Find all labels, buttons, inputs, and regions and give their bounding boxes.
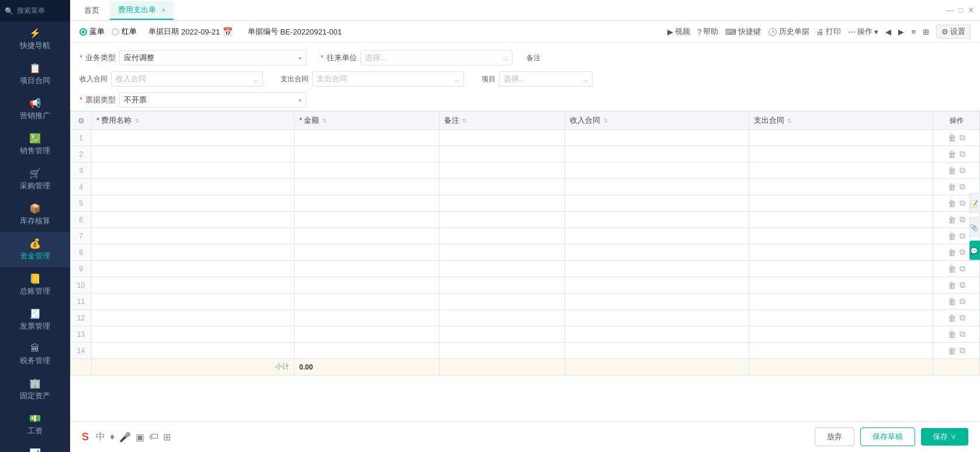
cell-expense-name[interactable] <box>92 277 295 294</box>
tag-icon[interactable]: 🏷 <box>149 432 158 442</box>
sidebar-item-ops[interactable]: 📊 经营管理 <box>0 442 70 452</box>
save-button[interactable]: 保存 ∨ <box>921 428 968 446</box>
list-view-icon[interactable]: ≡ <box>911 27 916 36</box>
cell-income-contract[interactable] <box>565 212 749 228</box>
cell-amount[interactable] <box>295 326 439 343</box>
cell-expense-name[interactable] <box>92 261 295 277</box>
minimize-icon[interactable]: — <box>946 6 954 15</box>
cell-remark[interactable] <box>439 326 565 343</box>
side-float-notes[interactable]: 📝 <box>969 192 980 213</box>
cell-remark[interactable] <box>439 261 565 277</box>
cell-amount[interactable] <box>295 163 439 179</box>
cell-expense-name[interactable] <box>92 326 295 343</box>
sidebar-search[interactable]: 🔍 搜索菜单 <box>0 0 70 22</box>
sidebar-item-quick-nav[interactable]: ⚡ 快捷导航 <box>0 22 70 57</box>
delete-icon[interactable]: 🗑 <box>948 166 956 175</box>
cell-income-contract[interactable] <box>565 244 749 261</box>
print-btn[interactable]: 🖨 打印 <box>816 26 841 37</box>
cell-remark[interactable] <box>439 179 565 195</box>
cell-expense-contract[interactable] <box>749 310 933 326</box>
cell-remark[interactable] <box>439 244 565 261</box>
cell-expense-name[interactable] <box>92 228 295 244</box>
col-settings[interactable]: ⚙ <box>71 112 92 130</box>
copy-icon[interactable]: ⧉ <box>960 182 965 192</box>
cell-remark[interactable] <box>439 212 565 228</box>
chinese-icon[interactable]: 中 <box>96 431 105 443</box>
cell-expense-contract[interactable] <box>749 212 933 228</box>
copy-icon[interactable]: ⧉ <box>960 280 965 290</box>
matrix-icon[interactable]: ⊞ <box>163 432 171 443</box>
grid-view-icon[interactable]: ⊞ <box>923 27 929 36</box>
cell-remark[interactable] <box>439 310 565 326</box>
cell-amount[interactable] <box>295 195 439 212</box>
cell-remark[interactable] <box>439 146 565 163</box>
cell-expense-name[interactable] <box>92 146 295 163</box>
cell-remark[interactable] <box>439 228 565 244</box>
sidebar-item-tax[interactable]: 🏛 税务管理 <box>0 337 70 372</box>
delete-icon[interactable]: 🗑 <box>948 182 956 192</box>
operations-btn[interactable]: ⋯ 操作 ▾ <box>848 26 878 37</box>
help-btn[interactable]: ? 帮助 <box>697 26 718 37</box>
sidebar-item-fixed-assets[interactable]: 🏢 固定资产 <box>0 372 70 407</box>
cell-remark[interactable] <box>439 277 565 294</box>
prev-btn[interactable]: ◀ <box>885 27 891 36</box>
save-draft-button[interactable]: 保存草稿 <box>860 427 915 446</box>
sidebar-item-general-ledger[interactable]: 📒 总账管理 <box>0 267 70 302</box>
sidebar-item-salary[interactable]: 💵 工资 <box>0 407 70 442</box>
counterpart-select[interactable]: 选择... ... <box>361 50 512 65</box>
delete-icon[interactable]: 🗑 <box>948 232 956 241</box>
sidebar-item-purchase[interactable]: 🛒 采购管理 <box>0 162 70 197</box>
copy-icon[interactable]: ⧉ <box>960 329 965 339</box>
maximize-icon[interactable]: □ <box>958 6 963 15</box>
income-contract-select[interactable]: 收入合同 ... <box>111 71 263 87</box>
next-btn[interactable]: ▶ <box>898 27 904 36</box>
copy-icon[interactable]: ⧉ <box>960 313 965 323</box>
settings-btn[interactable]: ⚙ 设置 <box>936 25 971 39</box>
tab-expense[interactable]: 费用支出单 × <box>110 1 174 20</box>
cell-amount[interactable] <box>295 179 439 195</box>
cell-amount[interactable] <box>295 228 439 244</box>
close-icon[interactable]: ✕ <box>968 6 974 15</box>
cell-amount[interactable] <box>295 294 439 310</box>
side-float-attach[interactable]: 📎 <box>969 216 980 237</box>
cell-expense-contract[interactable] <box>749 261 933 277</box>
cell-amount[interactable] <box>295 310 439 326</box>
cell-income-contract[interactable] <box>565 179 749 195</box>
copy-icon[interactable]: ⧉ <box>960 296 965 306</box>
cell-amount[interactable] <box>295 212 439 228</box>
copy-icon[interactable]: ⧉ <box>960 231 965 241</box>
cell-income-contract[interactable] <box>565 326 749 343</box>
copy-icon[interactable]: ⧉ <box>960 215 965 225</box>
cell-expense-contract[interactable] <box>749 179 933 195</box>
cell-income-contract[interactable] <box>565 294 749 310</box>
cell-expense-name[interactable] <box>92 179 295 195</box>
cell-remark[interactable] <box>439 130 565 146</box>
copy-icon[interactable]: ⧉ <box>960 346 965 356</box>
cell-expense-name[interactable] <box>92 244 295 261</box>
cell-expense-contract[interactable] <box>749 277 933 294</box>
sidebar-item-project-contract[interactable]: 📋 项目合同 <box>0 57 70 92</box>
cell-expense-contract[interactable] <box>749 163 933 179</box>
copy-icon[interactable]: ⧉ <box>960 165 965 175</box>
delete-icon[interactable]: 🗑 <box>948 346 956 356</box>
radio-blue[interactable]: 蓝单 <box>79 26 105 37</box>
radio-red[interactable]: 红单 <box>112 26 137 37</box>
cell-expense-contract[interactable] <box>749 326 933 343</box>
cell-income-contract[interactable] <box>565 343 749 359</box>
cell-expense-contract[interactable] <box>749 244 933 261</box>
cell-amount[interactable] <box>295 343 439 359</box>
biz-type-select[interactable]: 应付调整 ▾ <box>119 50 306 65</box>
delete-icon[interactable]: 🗑 <box>948 248 956 257</box>
cell-expense-contract[interactable] <box>749 146 933 163</box>
mic-icon[interactable]: 🎤 <box>119 432 131 443</box>
side-float-green[interactable]: 💬 <box>969 240 980 260</box>
cell-expense-name[interactable] <box>92 294 295 310</box>
cell-income-contract[interactable] <box>565 163 749 179</box>
cell-income-contract[interactable] <box>565 195 749 212</box>
sidebar-item-fund[interactable]: 💰 资金管理 <box>0 232 70 267</box>
cell-expense-contract[interactable] <box>749 294 933 310</box>
cell-income-contract[interactable] <box>565 310 749 326</box>
delete-icon[interactable]: 🗑 <box>948 150 956 159</box>
cell-remark[interactable] <box>439 163 565 179</box>
cell-remark[interactable] <box>439 294 565 310</box>
